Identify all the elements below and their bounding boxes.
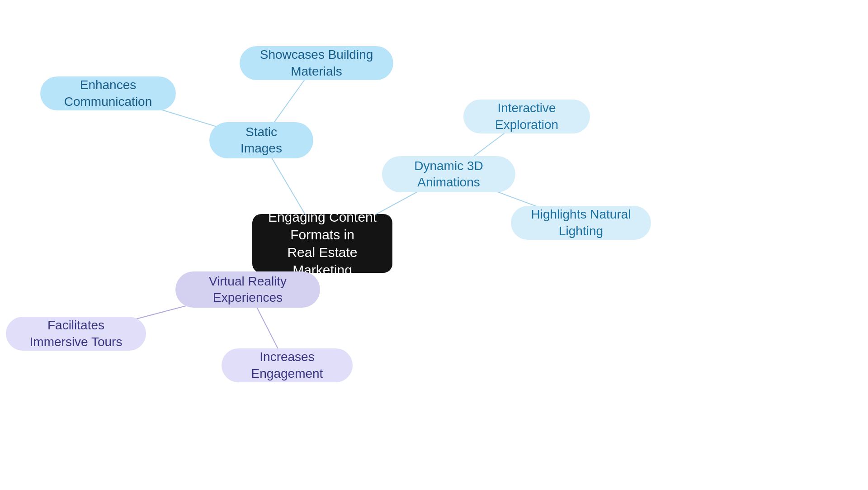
immersive-node: Facilitates Immersive Tours <box>6 317 146 351</box>
highlights-node: Highlights Natural Lighting <box>511 206 651 240</box>
center-label: Engaging Content Formats in Real Estate … <box>265 208 380 279</box>
dynamic-3d-label: Dynamic 3D Animations <box>396 158 501 191</box>
static-images-node: Static Images <box>209 122 313 158</box>
static-images-label: Static Images <box>224 124 299 157</box>
showcases-label: Showcases Building Materials <box>254 47 379 80</box>
enhances-node: Enhances Communication <box>40 76 176 110</box>
engagement-node: Increases Engagement <box>222 348 353 382</box>
vr-node: Virtual Reality Experiences <box>175 271 320 308</box>
engagement-label: Increases Engagement <box>236 349 338 382</box>
highlights-label: Highlights Natural Lighting <box>525 206 637 239</box>
interactive-label: Interactive Exploration <box>478 100 576 133</box>
showcases-node: Showcases Building Materials <box>240 46 393 80</box>
immersive-label: Facilitates Immersive Tours <box>20 317 132 350</box>
vr-label: Virtual Reality Experiences <box>190 273 306 306</box>
center-node: Engaging Content Formats in Real Estate … <box>252 214 392 273</box>
interactive-node: Interactive Exploration <box>463 100 590 133</box>
enhances-label: Enhances Communication <box>55 77 161 110</box>
dynamic-3d-node: Dynamic 3D Animations <box>382 156 515 192</box>
